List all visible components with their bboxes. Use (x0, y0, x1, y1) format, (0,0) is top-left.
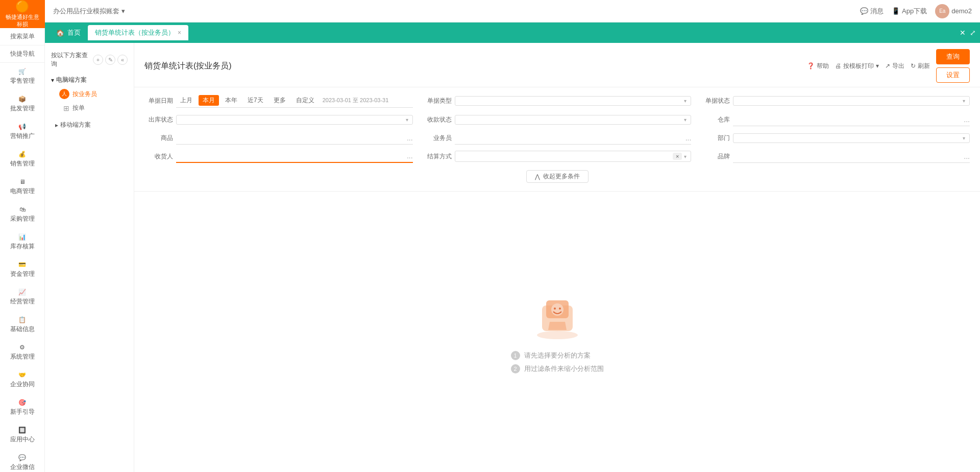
msg-btn[interactable]: 💬 消息 (860, 7, 884, 16)
empty-step-2: 2 用过滤条件来缩小分析范围 (511, 364, 604, 373)
receiver-dots: ... (407, 152, 413, 160)
salesperson-label: 业务员 (423, 134, 452, 143)
goods-input[interactable]: ... (176, 131, 413, 145)
tab-salesperson-stats[interactable]: 销货单统计表（按业务员） × (88, 25, 188, 40)
collect-arrow: ▾ (684, 117, 687, 123)
topbar-left: 办公用品行业模拟账套 ▾ (53, 7, 125, 16)
filter-row-2: 出库状态 ▾ 收款状态 ▾ (144, 113, 970, 126)
status-label: 单据状态 (701, 97, 730, 105)
collapse-panel-btn[interactable]: « (117, 55, 128, 65)
status-dropdown[interactable]: ▾ (733, 96, 970, 106)
sidebar-item-finance[interactable]: 💳 资金管理 (0, 256, 44, 284)
print-btn[interactable]: 🖨 按模板打印 ▾ (835, 62, 879, 70)
tab-home[interactable]: 🏠 首页 (49, 25, 88, 40)
brand-dots: ... (964, 152, 970, 160)
tab-close-btn[interactable]: × (178, 29, 181, 36)
dropdown-icon: ▾ (121, 7, 125, 15)
goods-label: 商品 (144, 134, 173, 143)
wholesale-icon: 📦 (18, 96, 26, 103)
dept-arrow: ▾ (963, 135, 965, 141)
export-btn[interactable]: ↗ 导出 (885, 62, 904, 70)
page-actions: ❓ 帮助 🖨 按模板打印 ▾ ↗ 导出 ↻ 刷新 (807, 49, 970, 83)
filter-warehouse-cell: 仓库 ... (701, 113, 970, 126)
salesperson-input[interactable]: ... (455, 131, 692, 145)
brand-input[interactable]: ... (733, 150, 970, 163)
collapse-btn[interactable]: ⋀ 收起更多条件 (526, 170, 589, 183)
desktop-scheme-title[interactable]: ▾ 电脑端方案 (45, 74, 134, 86)
edit-scheme-btn[interactable]: ✎ (105, 55, 115, 65)
type-arrow: ▾ (684, 98, 687, 104)
collapse-row: ⋀ 收起更多条件 (144, 168, 970, 185)
sidebar-item-wechat[interactable]: 💬 企业微信 (0, 449, 44, 472)
filter-receiver-cell: 收货人 ... (144, 150, 413, 163)
msg-icon: 💬 (860, 7, 868, 15)
industry-label: 办公用品行业模拟账套 (53, 7, 119, 16)
status-arrow: ▾ (963, 98, 965, 104)
page-header: 销货单统计表(按业务员) ❓ 帮助 🖨 按模板打印 ▾ ↗ 导出 (134, 43, 980, 87)
mobile-scheme-arrow: ▸ (55, 122, 58, 129)
warehouse-input[interactable]: ... (733, 113, 970, 126)
coop-icon: 🤝 (18, 371, 26, 379)
scheme-by-order[interactable]: ⊞ 按单 (45, 102, 134, 114)
sidebar-item-appstore[interactable]: 🔲 应用中心 (0, 421, 44, 449)
print-arrow: ▾ (876, 62, 879, 69)
tabbar: 🏠 首页 销货单统计表（按业务员） × ✕ ⤢ (45, 22, 980, 43)
receiver-label: 收货人 (144, 152, 173, 161)
dept-dropdown[interactable]: ▾ (733, 133, 970, 143)
sidebar-item-marketing[interactable]: 📢 营销推广 (0, 118, 44, 146)
mobile-scheme-title[interactable]: ▸ 移动端方案 (45, 119, 134, 131)
left-panel-header: 按以下方案查询 + ✎ « (45, 48, 134, 72)
content: 按以下方案查询 + ✎ « ▾ 电脑端方案 人 按业务员 ⊞ 按 (45, 43, 980, 472)
marketing-icon: 📢 (18, 123, 26, 130)
query-button[interactable]: 查询 (936, 49, 970, 64)
sidebar-item-purchase[interactable]: 🛍 采购管理 (0, 201, 44, 228)
add-scheme-btn[interactable]: + (93, 55, 103, 65)
payment-arrow: ▾ (684, 154, 687, 159)
user-menu[interactable]: Ea demo2 (935, 4, 972, 18)
app-download-btn[interactable]: 📱 App下载 (892, 7, 927, 16)
sidebar-item-system[interactable]: ⚙ 系统管理 (0, 339, 44, 366)
refresh-btn[interactable]: ↻ 刷新 (911, 62, 930, 70)
empty-illustration (527, 290, 588, 343)
sidebar-item-newbie[interactable]: 🎯 新手引导 (0, 394, 44, 421)
filter-area: 单据日期 上月 本月 本年 近7天 更多 自定义 2023-03-01 至 20… (134, 87, 980, 192)
date-btn-custom[interactable]: 自定义 (292, 95, 318, 106)
type-dropdown[interactable]: ▾ (455, 96, 692, 106)
sidebar-item-ops[interactable]: 📈 经营管理 (0, 284, 44, 311)
sidebar-item-base[interactable]: 📋 基础信息 (0, 311, 44, 339)
sidebar-item-coop[interactable]: 🤝 企业协同 (0, 366, 44, 394)
date-btn-7days[interactable]: 近7天 (243, 95, 267, 106)
date-btn-last-month[interactable]: 上月 (176, 95, 197, 106)
search-menu[interactable]: 搜索菜单 (0, 28, 44, 45)
sidebar-item-retail[interactable]: 🛒 零售管理 (0, 63, 44, 90)
out-dropdown[interactable]: ▾ (176, 115, 413, 125)
sidebar-item-sales[interactable]: 💰 销售管理 (0, 146, 44, 173)
date-range: 2023-03-01 至 2023-03-31 (323, 97, 389, 104)
help-btn[interactable]: ❓ 帮助 (807, 62, 829, 70)
purchase-icon: 🛍 (19, 206, 26, 213)
quick-nav[interactable]: 快捷导航 (0, 45, 44, 63)
scheme-by-salesperson[interactable]: 人 按业务员 (45, 86, 134, 102)
filter-goods-cell: 商品 ... (144, 131, 413, 145)
maximize-icon[interactable]: ⤢ (970, 29, 976, 37)
base-icon: 📋 (18, 316, 26, 323)
system-icon: ⚙ (19, 344, 25, 351)
receiver-input[interactable]: ... (176, 150, 413, 163)
date-btn-more[interactable]: 更多 (270, 95, 290, 106)
payment-dropdown[interactable]: × ▾ (455, 151, 692, 162)
sidebar-item-ecom[interactable]: 🖥 电商管理 (0, 173, 44, 201)
sidebar-item-inventory[interactable]: 📊 库存核算 (0, 228, 44, 256)
tabbar-right: ✕ ⤢ (960, 29, 976, 37)
sidebar-item-wholesale[interactable]: 📦 批发管理 (0, 90, 44, 118)
date-btn-this-year[interactable]: 本年 (221, 95, 241, 106)
app-icon: 📱 (892, 7, 900, 15)
setting-button[interactable]: 设置 (936, 67, 970, 83)
collect-dropdown[interactable]: ▾ (455, 115, 692, 125)
industry-selector[interactable]: 办公用品行业模拟账套 ▾ (53, 7, 125, 16)
close-window-icon[interactable]: ✕ (960, 29, 966, 37)
warehouse-label: 仓库 (701, 115, 730, 124)
date-btn-this-month[interactable]: 本月 (199, 95, 219, 106)
payment-clear-btn[interactable]: × (673, 153, 682, 160)
filter-row-4: 收货人 ... 结算方式 × ▾ (144, 150, 970, 163)
filter-payment-cell: 结算方式 × ▾ (423, 151, 692, 162)
